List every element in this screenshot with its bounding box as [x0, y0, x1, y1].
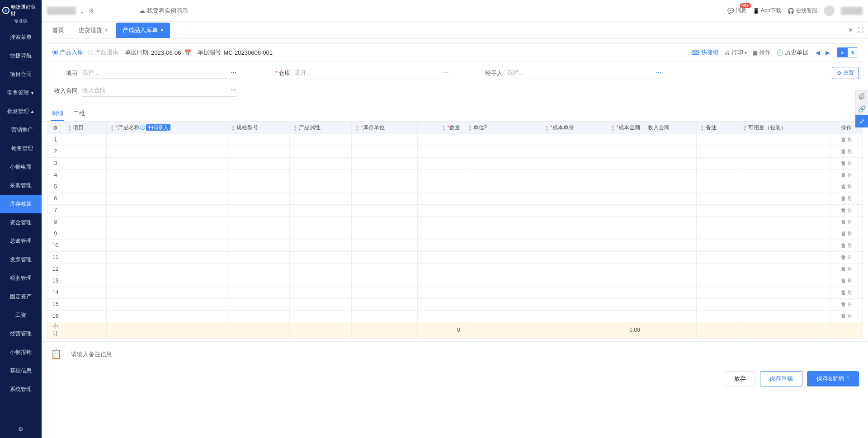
avatar[interactable] [824, 5, 835, 16]
sidebar-item-16[interactable]: 经营管理 [0, 325, 42, 343]
col-contract[interactable]: 收入合同 [644, 122, 696, 134]
copy-row-icon[interactable]: ⎘ [848, 289, 851, 296]
company-selector[interactable]: XXXXXX ⌄ ⚙ [47, 7, 128, 15]
delete-row-icon[interactable]: 🗑 [841, 278, 846, 284]
col-cost-price[interactable]: ▲▼*成本单价 [512, 122, 578, 134]
delete-row-icon[interactable]: 🗑 [841, 219, 846, 225]
col-product-name[interactable]: ▲▼*产品名称ⓘ扫码录入 [107, 122, 227, 134]
copy-row-icon[interactable]: ⎘ [848, 160, 851, 166]
demo-link[interactable]: ☁ 我要看实例演示 [139, 7, 188, 15]
delete-row-icon[interactable]: 🗑 [841, 242, 846, 249]
col-project[interactable]: ▲▼项目 [64, 122, 107, 134]
col-cost-amount[interactable]: ▲▼*成本金额 [578, 122, 644, 134]
delete-row-icon[interactable]: 🗑 [841, 231, 846, 237]
table-row[interactable]: 13🗑⎘ [47, 275, 862, 287]
table-row[interactable]: 11🗑⎘ [47, 251, 862, 263]
radio-product-out[interactable]: 产品退库 [88, 48, 118, 57]
sidebar-item-18[interactable]: 基础信息 [0, 362, 42, 380]
sidebar-item-11[interactable]: 总账管理 [0, 232, 42, 250]
table-row[interactable]: 15🗑⎘ [47, 298, 862, 310]
sidebar-item-13[interactable]: 税务管理 [0, 269, 42, 287]
copy-row-icon[interactable]: ⎘ [848, 266, 851, 272]
warehouse-input[interactable]: 选择...⋯ [295, 67, 448, 79]
col-remark[interactable]: ▲▼备注 [696, 122, 739, 134]
calendar-icon[interactable]: 📅 [184, 49, 191, 56]
table-row[interactable]: 8🗑⎘ [47, 216, 862, 228]
col-attr[interactable]: ▲▼产品属性 [289, 122, 351, 134]
delete-row-icon[interactable]: 🗑 [841, 266, 846, 272]
print-button[interactable]: 🖨打印▾ [724, 48, 747, 57]
sidebar-item-9[interactable]: 库存核算 [0, 195, 42, 213]
delete-row-icon[interactable]: 🗑 [841, 184, 846, 190]
history-button[interactable]: 🕘历史单据 [776, 48, 808, 57]
sidebar-item-7[interactable]: 小畅电商 [0, 158, 42, 176]
col-unit2[interactable]: ▲▼单位2 [464, 122, 512, 134]
copy-row-icon[interactable]: ⎘ [848, 207, 851, 213]
delete-row-icon[interactable]: 🗑 [841, 301, 846, 307]
delete-row-icon[interactable]: 🗑 [841, 289, 846, 296]
copy-row-icon[interactable]: ⎘ [848, 184, 851, 190]
delete-row-icon[interactable]: 🗑 [841, 254, 846, 260]
table-row[interactable]: 10🗑⎘ [47, 240, 862, 251]
delete-row-icon[interactable]: 🗑 [841, 313, 846, 319]
sidebar-item-2[interactable]: 项目合同 [0, 65, 42, 84]
prev-doc-icon[interactable]: ◀ [814, 49, 822, 56]
sidebar-item-3[interactable]: 零售管理▼ [0, 84, 42, 102]
tab-close-icon[interactable]: × [160, 27, 164, 33]
table-row[interactable]: 5🗑⎘ [47, 181, 862, 193]
contract-input[interactable]: 收入合同⋯ [82, 85, 236, 97]
copy-row-icon[interactable]: ⎘ [848, 254, 851, 260]
col-available[interactable]: ▲▼可用量（包装） [739, 122, 830, 134]
sidebar-item-1[interactable]: 快捷导航 [0, 47, 42, 65]
memo-input[interactable] [68, 348, 859, 360]
delete-row-icon[interactable]: 🗑 [841, 137, 846, 143]
service-button[interactable]: 🎧 在线客服 [788, 7, 817, 14]
radio-product-in[interactable]: 产品入库 [52, 48, 83, 57]
gear-icon[interactable]: ⚙ [89, 7, 94, 14]
copy-row-icon[interactable]: ⎘ [848, 219, 851, 225]
delete-row-icon[interactable]: 🗑 [841, 148, 846, 155]
fullscreen-icon[interactable]: ⛶ [858, 27, 863, 33]
sidebar-item-5[interactable]: 营销推广 [0, 121, 42, 139]
sidebar-item-17[interactable]: 小畅报销 [0, 343, 42, 362]
view-list-icon[interactable]: ≡ [837, 47, 847, 57]
col-spec[interactable]: ▲▼规格型号 [227, 122, 289, 134]
float-help-icon[interactable]: 🗐 [855, 90, 868, 103]
save-draft-button[interactable]: 保存草稿 [760, 371, 802, 386]
sidebar-item-0[interactable]: 搜索菜单 [0, 28, 42, 47]
table-row[interactable]: 2🗑⎘ [47, 146, 862, 157]
tab-2[interactable]: 产成品入库单× [116, 23, 170, 38]
tab-0[interactable]: 首页 [46, 23, 71, 38]
copy-row-icon[interactable]: ⎘ [848, 313, 851, 319]
table-row[interactable]: 3🗑⎘ [47, 157, 862, 169]
table-row[interactable]: 4🗑⎘ [47, 169, 862, 181]
float-expand-icon[interactable]: ⤢ [855, 115, 868, 127]
message-button[interactable]: 💬 消息 99+ [727, 7, 746, 14]
quickkey-button[interactable]: ⌨快捷键 [691, 48, 719, 57]
column-settings-icon[interactable]: ⚙ [47, 122, 64, 134]
handler-input[interactable]: 选择...⋯ [507, 67, 661, 79]
date-value[interactable]: 2023-06-06 [151, 49, 181, 56]
view-card-icon[interactable]: ⊞ [847, 47, 857, 57]
copy-row-icon[interactable]: ⎘ [848, 137, 851, 143]
copy-row-icon[interactable]: ⎘ [848, 172, 851, 178]
app-download-button[interactable]: 📱 App下载 [753, 7, 781, 14]
discard-button[interactable]: 放弃 [725, 371, 755, 386]
sidebar-item-8[interactable]: 采购管理 [0, 176, 42, 195]
float-attach-icon[interactable]: 🔗 [855, 103, 868, 115]
copy-row-icon[interactable]: ⎘ [848, 195, 851, 202]
table-row[interactable]: 7🗑⎘ [47, 204, 862, 216]
sidebar-item-6[interactable]: 销售管理 [0, 139, 42, 158]
table-row[interactable]: 14🗑⎘ [47, 287, 862, 298]
table-row[interactable]: 6🗑⎘ [47, 193, 862, 204]
close-all-icon[interactable]: ✕ [848, 27, 853, 33]
table-row[interactable]: 16🗑⎘ [47, 310, 862, 322]
sidebar-item-19[interactable]: 系统管理 [0, 380, 42, 399]
table-row[interactable]: 1🗑⎘ [47, 134, 862, 146]
copy-row-icon[interactable]: ⎘ [848, 231, 851, 237]
delete-row-icon[interactable]: 🗑 [841, 207, 846, 213]
sidebar-item-4[interactable]: 批发管理▲ [0, 102, 42, 121]
subtab-detail[interactable]: 明细 [51, 107, 64, 121]
copy-row-icon[interactable]: ⎘ [848, 278, 851, 284]
delete-row-icon[interactable]: 🗑 [841, 160, 846, 166]
